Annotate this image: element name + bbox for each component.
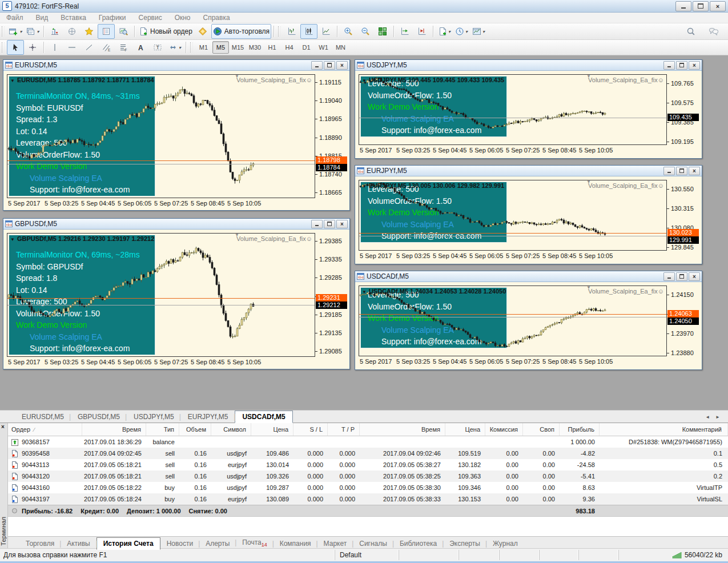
chart-minimize-button[interactable]: [663, 167, 675, 175]
chart-plot[interactable]: Leverage: 500VolumeOrderFlow: 1.50Work D…: [359, 180, 667, 251]
trendline-tool-button[interactable]: [81, 40, 98, 55]
chart-area[interactable]: Leverage: 500VolumeOrderFlow: 1.50Work D…: [355, 176, 702, 264]
column-header-11[interactable]: Своп: [523, 423, 560, 436]
terminal-tab-1[interactable]: Активы: [61, 538, 96, 549]
price-axis[interactable]: 109.765109.575109.385109.195109.435: [667, 74, 700, 144]
navigator-button[interactable]: [81, 24, 98, 39]
chart-window-titlebar[interactable]: USDCADf,M5 ×: [355, 271, 702, 282]
symbol-dropdown-icon[interactable]: ▼: [10, 78, 15, 83]
vertical-line-tool-button[interactable]: [46, 40, 63, 55]
chart-window-usdjpy[interactable]: USDJPYf,M5 × Leverage: 500VolumeOrderFlo…: [355, 59, 702, 159]
crosshair-tool-button[interactable]: [24, 40, 41, 55]
column-header-6[interactable]: S / L: [293, 423, 328, 436]
toolbar-grip[interactable]: [190, 42, 193, 53]
terminal-tab-4[interactable]: Алерты: [199, 538, 236, 549]
timeframe-button-w1[interactable]: W1: [315, 41, 332, 54]
toolbar-grip[interactable]: [2, 26, 5, 37]
timeframe-button-h1[interactable]: H1: [264, 41, 280, 54]
chart-area[interactable]: Leverage: 500VolumeOrderFlow: 1.50Work D…: [355, 282, 702, 369]
chart-tab-gbpusdf-m5[interactable]: GBPUSDf,M5: [71, 411, 127, 423]
text-tool-button[interactable]: A: [132, 40, 149, 55]
table-row[interactable]: 903681572017.09.01 18:36:29balance1 000.…: [8, 436, 728, 448]
chart-close-button[interactable]: ×: [689, 167, 700, 175]
new-order-button[interactable]: Новый ордер: [137, 24, 194, 39]
symbol-dropdown-icon[interactable]: ▼: [362, 184, 367, 189]
indicators-button[interactable]: ▾: [436, 24, 453, 39]
shapes-tool-button[interactable]: ▾: [166, 40, 183, 55]
timeframe-button-m30[interactable]: M30: [247, 41, 263, 54]
chart-close-button[interactable]: ×: [336, 220, 348, 228]
line-chart-mode-button[interactable]: [317, 24, 335, 39]
cursor-tool-button[interactable]: [7, 40, 24, 55]
window-close-button[interactable]: ×: [710, 1, 726, 11]
chart-tab-eurusdf-m5[interactable]: EURUSDf,M5: [15, 411, 71, 423]
tab-scroll-right-icon[interactable]: ►: [715, 415, 720, 420]
chart-restore-button[interactable]: [324, 61, 335, 70]
search-button[interactable]: [682, 24, 699, 39]
terminal-close-button[interactable]: ×: [1, 424, 5, 430]
chart-window-eurjpy[interactable]: EURJPYf,M5 × Leverage: 500VolumeOrderFlo…: [355, 165, 702, 264]
chart-restore-button[interactable]: [676, 61, 687, 70]
title-bar[interactable]: 5 479102: FortFS-Real ×: [0, 0, 728, 13]
chart-minimize-button[interactable]: [663, 272, 675, 281]
column-header-4[interactable]: Символ: [211, 423, 251, 436]
table-row[interactable]: 904431972017.09.05 05:18:24buy0.16eurjpy…: [8, 493, 728, 505]
timeframe-button-mn[interactable]: MN: [332, 41, 349, 54]
chart-area[interactable]: Leverage: 500VolumeOrderFlow: 1.50Work D…: [355, 71, 702, 158]
chart-window-eurusd[interactable]: EURUSDf,M5 × TerminalMonitor ON, 84ms, ~…: [3, 59, 350, 211]
column-header-9[interactable]: Цена: [445, 423, 485, 436]
metaeditor-button[interactable]: [194, 24, 211, 39]
terminal-tab-6[interactable]: Компания: [273, 538, 317, 549]
terminal-tab-11[interactable]: Журнал: [486, 538, 524, 549]
chat-button[interactable]: [705, 24, 722, 39]
chart-plot[interactable]: TerminalMonitor ON, 69ms, ~28msSymbol: G…: [7, 233, 315, 357]
chart-shift-button[interactable]: [413, 24, 431, 39]
column-header-8[interactable]: Время: [360, 423, 445, 436]
symbol-dropdown-icon[interactable]: ▼: [362, 78, 367, 83]
chart-window-usdcad[interactable]: USDCADf,M5 × Leverage: 500VolumeOrderFlo…: [355, 271, 702, 370]
menu-item-6[interactable]: Справка: [197, 14, 236, 22]
chart-tab-usdjpyf-m5[interactable]: USDJPYf,M5: [127, 411, 181, 423]
chart-minimize-button[interactable]: [311, 220, 323, 228]
tab-scroll-left-icon[interactable]: ◄: [705, 415, 710, 420]
window-minimize-button[interactable]: [675, 1, 691, 11]
terminal-tab-5[interactable]: Почта14: [236, 537, 273, 549]
auto-scroll-button[interactable]: [396, 24, 413, 39]
terminal-tab-7[interactable]: Маркет: [317, 538, 353, 549]
table-row[interactable]: 904431602017.09.05 05:18:22buy0.16usdjpy…: [8, 482, 728, 493]
column-header-0[interactable]: Ордер∕: [8, 423, 82, 436]
column-header-13[interactable]: Комментарий: [600, 423, 728, 436]
price-axis[interactable]: 1.241501.240601.239701.238801.240631.240…: [667, 285, 700, 355]
chart-window-titlebar[interactable]: GBPUSDf,M5 ×: [3, 219, 349, 230]
channel-tool-button[interactable]: E: [98, 40, 115, 55]
terminal-tab-0[interactable]: Торговля: [19, 538, 61, 549]
chart-plot[interactable]: Leverage: 500VolumeOrderFlow: 1.50Work D…: [359, 74, 667, 145]
timeframe-button-h4[interactable]: H4: [281, 41, 297, 54]
symbol-dropdown-icon[interactable]: ▼: [10, 237, 15, 242]
text-label-tool-button[interactable]: T: [149, 40, 166, 55]
chart-window-titlebar[interactable]: EURJPYf,M5 ×: [355, 166, 702, 176]
window-restore-button[interactable]: [693, 1, 709, 11]
chart-window-titlebar[interactable]: USDJPYf,M5 ×: [355, 60, 702, 71]
chart-tab-usdcadf-m5[interactable]: USDCADf,M5: [235, 411, 292, 423]
profiles-button[interactable]: ▾: [24, 24, 41, 39]
chart-restore-button[interactable]: [676, 167, 687, 175]
price-axis[interactable]: 1.191151.190401.189651.188901.188151.187…: [315, 74, 348, 197]
horizontal-line-tool-button[interactable]: [63, 40, 81, 55]
menu-item-2[interactable]: Вставка: [54, 14, 92, 22]
periods-button[interactable]: ▾: [453, 24, 470, 39]
price-axis[interactable]: 1.293851.293351.292851.292351.291851.291…: [315, 233, 348, 356]
bar-chart-mode-button[interactable]: [283, 24, 300, 39]
chart-minimize-button[interactable]: [663, 61, 675, 70]
candlestick-mode-button[interactable]: [300, 24, 317, 39]
menu-item-4[interactable]: Сервис: [132, 14, 168, 22]
terminal-tab-2[interactable]: История Счета: [96, 537, 160, 550]
symbol-dropdown-icon[interactable]: ▼: [362, 289, 367, 295]
timeframe-button-m1[interactable]: M1: [195, 41, 212, 54]
chart-plot[interactable]: Leverage: 500VolumeOrderFlow: 1.50Work D…: [359, 285, 667, 356]
chart-area[interactable]: TerminalMonitor ON, 84ms, ~31msSymbol: E…: [3, 71, 349, 210]
market-watch-button[interactable]: [46, 24, 63, 39]
chart-window-titlebar[interactable]: EURUSDf,M5 ×: [3, 60, 349, 71]
new-chart-button[interactable]: ▾: [7, 24, 24, 39]
chart-close-button[interactable]: ×: [689, 272, 700, 281]
